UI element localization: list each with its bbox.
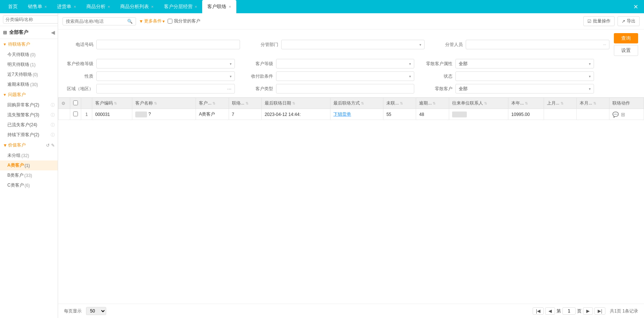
sidebar-pending-title[interactable]: ▼ 待联络客户 xyxy=(0,39,58,50)
page-size-select[interactable]: 50 100 200 xyxy=(86,307,106,315)
ellipsis-icon[interactable]: ··· xyxy=(227,86,232,92)
filter-search-input[interactable] xyxy=(66,19,127,24)
nav-tab-analysis[interactable]: 商品分析 × xyxy=(81,0,115,13)
col-gear: ⚙ xyxy=(58,98,70,109)
filter-cust-type-select[interactable] xyxy=(276,84,415,93)
col-last-month-label: 上月... xyxy=(547,100,559,106)
col-checkbox-all[interactable] xyxy=(70,98,81,109)
chevron-down-icon: ▾ xyxy=(419,43,421,47)
col-overdue-label: 逾期... xyxy=(419,100,432,106)
close-icon[interactable]: × xyxy=(195,4,197,9)
filter-area-select[interactable]: ··· xyxy=(96,84,235,93)
col-name: 客户名称 ⇅ xyxy=(132,98,196,109)
nav-tab-customer-tier[interactable]: 客户分层经营 × xyxy=(159,0,202,13)
filter-dept-select[interactable]: ▾ xyxy=(281,40,425,49)
sort-icon[interactable]: ⇅ xyxy=(154,101,157,105)
filter-my-customers[interactable]: 我分管的客户 xyxy=(168,18,200,24)
sort-icon[interactable]: ⇅ xyxy=(292,101,295,105)
last-page-button[interactable]: ▶| xyxy=(594,307,605,315)
sidebar: 🔍 ⊞ 全部客户 ◀ ▼ 待联络客户 今天待联络 (0) 明天待联络 (1) 近… xyxy=(0,13,58,318)
sidebar-item-7days[interactable]: 近7天待联络 (0) xyxy=(0,70,58,80)
sort-icon[interactable]: ⇅ xyxy=(593,101,596,105)
sidebar-problem-title[interactable]: ▼ 问题客户 xyxy=(0,89,58,100)
filter-search-icon[interactable]: 🔍 xyxy=(127,19,133,24)
close-icon[interactable]: × xyxy=(108,4,110,9)
sort-icon[interactable]: ⇅ xyxy=(361,101,364,105)
sort-icon[interactable]: ⇅ xyxy=(433,101,436,105)
nav-tab-purchase[interactable]: 进货单 × xyxy=(52,0,81,13)
sidebar-search-input[interactable] xyxy=(3,15,58,24)
query-button[interactable]: 查询 xyxy=(614,33,638,43)
page-number-input[interactable] xyxy=(562,307,576,315)
row-gear xyxy=(58,109,70,120)
sort-icon[interactable]: ⇅ xyxy=(400,101,403,105)
sidebar-value-icons[interactable]: ↺ ✎ xyxy=(46,143,55,148)
row-last-date: 2023-04-12 14:44: xyxy=(261,109,330,120)
sidebar-item-churned[interactable]: 已流失客户(24) ⓘ xyxy=(0,120,58,130)
col-last-date-label: 最后联络日期 xyxy=(265,100,291,106)
sidebar-value-title[interactable]: ▼ 价值客户 xyxy=(3,142,26,148)
next-page-button[interactable]: ▶ xyxy=(583,307,593,315)
settings-button[interactable]: 设置 xyxy=(614,45,638,56)
sort-icon[interactable]: ⇅ xyxy=(246,101,248,105)
sidebar-item-overdue[interactable]: 逾期未联络 (30) xyxy=(0,80,58,89)
filter-manager-select[interactable]: ··· xyxy=(466,40,609,49)
sidebar-item-tomorrow[interactable]: 明天待联络 (1) xyxy=(0,60,58,70)
export-button[interactable]: ↗ 导出 xyxy=(618,16,640,26)
filter-nature-select[interactable]: ▾ xyxy=(96,71,235,81)
refresh-icon[interactable]: ↺ xyxy=(46,143,50,148)
col-cust-type-label: 客户... xyxy=(199,100,211,106)
filter-retail-attr-select[interactable]: 全部 ▾ xyxy=(455,59,594,68)
row-checkbox[interactable] xyxy=(70,109,81,120)
qrcode-icon[interactable]: ⊞ xyxy=(621,112,625,117)
close-icon[interactable]: × xyxy=(44,4,47,9)
sidebar-all-customers[interactable]: ⊞ 全部客户 ◀ xyxy=(0,26,58,39)
row-code: 000031 xyxy=(92,109,132,120)
filter-price-level-select[interactable]: ▾ xyxy=(96,59,235,68)
filter-retail-cust-select[interactable]: 全部 ▾ xyxy=(455,84,594,93)
sidebar-item-declining[interactable]: 持续下滑客户(2) ⓘ xyxy=(0,130,58,140)
sort-icon[interactable]: ⇅ xyxy=(212,101,215,105)
sort-icon[interactable]: ⇅ xyxy=(114,101,117,105)
filter-phone-input[interactable] xyxy=(96,40,240,49)
close-icon[interactable]: × xyxy=(74,4,76,9)
filter-dept-label: 分管部门 xyxy=(249,42,278,48)
prev-page-button[interactable]: ◀ xyxy=(545,307,555,315)
row-select-checkbox[interactable] xyxy=(73,112,78,116)
my-customers-checkbox[interactable] xyxy=(168,19,172,24)
nav-tab-customer-contact[interactable]: 客户联络 × xyxy=(202,0,236,13)
nav-home[interactable]: 首页 xyxy=(3,0,23,13)
sidebar-item-unclassified[interactable]: 未分组 (32) xyxy=(0,151,58,160)
sort-icon[interactable]: ⇅ xyxy=(484,101,487,105)
edit-icon[interactable]: ✎ xyxy=(51,143,55,148)
first-page-button[interactable]: |◀ xyxy=(533,307,544,315)
sidebar-item-repurchase-abnormal[interactable]: 回购异常客户(2) ⓘ xyxy=(0,100,58,110)
info-icon: ⓘ xyxy=(51,122,55,128)
contact-method-link[interactable]: 下销货单 xyxy=(333,112,351,117)
nav-tab-analysis-list[interactable]: 商品分析列表 × xyxy=(115,0,158,13)
filter-payment-select[interactable]: ▾ xyxy=(276,71,415,81)
col-last-method-label: 最后联络方式 xyxy=(333,100,360,106)
row-last-method[interactable]: 下销货单 xyxy=(330,109,383,120)
nav-tab-sales[interactable]: 销售单 × xyxy=(23,0,52,13)
sidebar-item-churn-warning[interactable]: 流失预警客户(3) ⓘ xyxy=(0,110,58,120)
filter-more-conditions[interactable]: ▼ 更多条件 ▾ xyxy=(139,18,165,24)
batch-ops-button[interactable]: ☑ 批量操作 xyxy=(583,16,615,26)
sort-icon[interactable]: ⇅ xyxy=(561,101,564,105)
filter-dept: 分管部门 ▾ xyxy=(249,40,425,49)
sidebar-item-a-class[interactable]: A类客户 (1) xyxy=(0,160,58,170)
filter-cust-level-select[interactable]: ▾ xyxy=(276,59,415,68)
sidebar-item-today[interactable]: 今天待联络 (0) xyxy=(0,50,58,60)
close-icon[interactable]: × xyxy=(151,4,153,9)
collapse-icon[interactable]: ◀ xyxy=(51,30,55,35)
gear-icon[interactable]: ⚙ xyxy=(61,101,65,106)
filter-status-select[interactable]: ▾ xyxy=(455,71,594,81)
chevron-down-icon: ▾ xyxy=(589,74,591,78)
select-all-checkbox[interactable] xyxy=(73,100,78,105)
sort-icon[interactable]: ⇅ xyxy=(525,101,528,105)
sidebar-item-b-class[interactable]: B类客户 (33) xyxy=(0,170,58,180)
window-close-button[interactable]: ✕ xyxy=(630,3,641,10)
chat-icon[interactable]: 💬 xyxy=(612,112,619,117)
sidebar-item-c-class[interactable]: C类客户 (6) xyxy=(0,180,58,190)
close-icon[interactable]: × xyxy=(229,4,231,9)
